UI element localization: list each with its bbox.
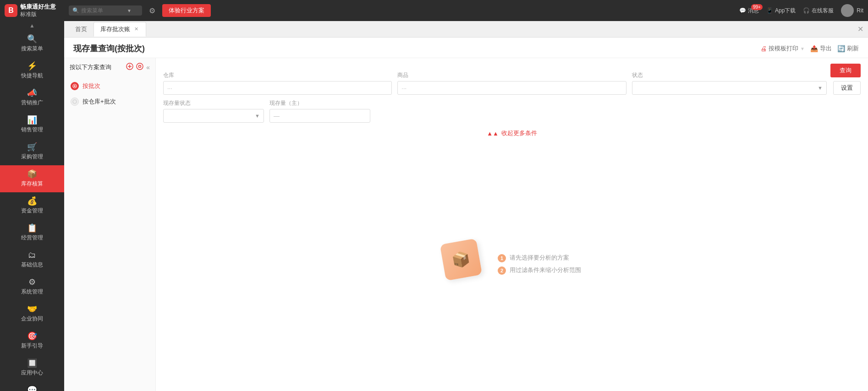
- topbar-right: 💬 消息 99+ 📱 App下载 🎧 在线客服 Rit: [739, 4, 863, 17]
- stock-qty-dash: —: [274, 113, 280, 119]
- stock-status-input[interactable]: ▼: [163, 109, 264, 123]
- refresh-button[interactable]: 🔄 刷新: [837, 44, 859, 53]
- stock-qty-label: 现存量（主）: [269, 99, 370, 107]
- phone-icon: 📱: [766, 7, 773, 14]
- customer-service-label: 在线客服: [812, 7, 834, 15]
- money-icon: 💰: [27, 197, 37, 205]
- app-logo: B 畅康通好生意 标准版: [5, 3, 69, 18]
- svg-point-3: [137, 63, 143, 70]
- message-button[interactable]: 💬 消息 99+: [739, 7, 759, 15]
- trial-button[interactable]: 体验行业方案: [162, 4, 211, 17]
- sidebar-item-label: 系统管理: [21, 288, 43, 296]
- status-input[interactable]: ▼: [632, 81, 827, 95]
- topbar: B 畅康通好生意 标准版 🔍 ▼ ⚙ 体验行业方案 💬 消息 99+ 📱 App…: [0, 0, 868, 21]
- avatar-image: [841, 4, 854, 17]
- collapse-left-panel-button[interactable]: «: [146, 64, 150, 71]
- collapse-filters-button[interactable]: ▲▲ 收起更多条件: [163, 127, 861, 139]
- scheme-item-batch[interactable]: 按批次: [64, 78, 155, 94]
- sidebar-item-sales[interactable]: 📊 销售管理: [0, 111, 64, 138]
- sidebar-item-label: 营销推广: [21, 99, 43, 107]
- edition-label: 标准版: [20, 11, 56, 18]
- stock-qty-input[interactable]: —: [269, 109, 370, 123]
- user-avatar[interactable]: Rit: [841, 4, 863, 17]
- print-label: 按模板打印: [769, 44, 798, 53]
- sidebar-item-label: 应用中心: [21, 369, 43, 377]
- export-icon: 📤: [810, 45, 818, 52]
- search-bar[interactable]: 🔍 ▼: [69, 5, 142, 16]
- message-icon: 💬: [739, 7, 746, 14]
- sidebar-item-label: 库存核算: [21, 180, 43, 188]
- tip-text-1: 请先选择要分析的方案: [510, 254, 569, 262]
- warehouse-input[interactable]: ···: [163, 81, 392, 95]
- flash-icon: ⚡: [27, 62, 37, 70]
- tab-inventory-batch[interactable]: 库存批次账 ✕: [93, 22, 146, 37]
- filter-row-2: 现存量状态 ▼ 现存量（主） —: [163, 99, 861, 123]
- main-layout: ▲ 🔍 搜索菜单 ⚡ 快捷导航 📣 营销推广 📊 销售管理 🛒 采购管理 📦 库…: [0, 21, 868, 391]
- settings-button[interactable]: 设置: [833, 81, 861, 95]
- scheme-dot-inactive: [71, 98, 79, 106]
- sidebar-item-quicknav[interactable]: ⚡ 快捷导航: [0, 57, 64, 84]
- sidebar-item-operations[interactable]: 📋 经营管理: [0, 219, 64, 246]
- sidebar: ▲ 🔍 搜索菜单 ⚡ 快捷导航 📣 营销推广 📊 销售管理 🛒 采购管理 📦 库…: [0, 21, 64, 391]
- handshake-icon: 🤝: [27, 305, 37, 313]
- sidebar-item-search[interactable]: 🔍 搜索菜单: [0, 30, 64, 57]
- add-scheme-button[interactable]: [126, 63, 133, 72]
- sidebar-scroll-up[interactable]: ▲: [0, 21, 64, 30]
- sidebar-item-system[interactable]: ⚙ 系统管理: [0, 273, 64, 300]
- sidebar-item-label: 采购管理: [21, 153, 43, 161]
- sidebar-item-label: 销售管理: [21, 126, 43, 134]
- gear-icon: ⚙: [28, 278, 36, 286]
- sidebar-item-label: 新手引导: [21, 342, 43, 350]
- customer-service-button[interactable]: 🎧 在线客服: [803, 7, 834, 15]
- status-label: 状态: [632, 71, 827, 79]
- tip-text-2: 用过滤条件来缩小分析范围: [510, 266, 581, 274]
- app-download-button[interactable]: 📱 App下载: [766, 7, 796, 15]
- sidebar-item-wechat[interactable]: 💬 企业微信: [0, 381, 64, 391]
- megaphone-icon: 📣: [27, 89, 37, 97]
- search-input[interactable]: [81, 7, 127, 14]
- tab-close-icon[interactable]: ✕: [133, 26, 139, 33]
- headset-icon: 🎧: [803, 7, 810, 14]
- sidebar-item-basic[interactable]: 🗂 基础信息: [0, 246, 64, 273]
- empty-state: 📦 1 请先选择要分析的方案 2 用过滤条件来缩小分析范围: [163, 143, 861, 386]
- settings-icon[interactable]: ⚙: [146, 4, 159, 17]
- sidebar-item-marketing[interactable]: 📣 营销推广: [0, 84, 64, 111]
- logo-icon: B: [5, 4, 17, 17]
- empty-tip-1: 1 请先选择要分析的方案: [498, 254, 581, 262]
- page-header-actions: 🖨 按模板打印 ▼ 📤 导出 🔄 刷新: [760, 44, 859, 53]
- print-icon: 🖨: [760, 45, 767, 52]
- sidebar-item-inventory[interactable]: 📦 库存核算: [0, 165, 64, 192]
- empty-icon: 📦: [443, 241, 489, 287]
- print-button[interactable]: 🖨 按模板打印 ▼: [760, 44, 805, 53]
- content-area: 首页 库存批次账 ✕ ✕ 现存量查询(按批次) 🖨 按模板打印 ▼: [64, 21, 868, 391]
- empty-tip-2: 2 用过滤条件来缩小分析范围: [498, 266, 581, 275]
- export-button[interactable]: 📤 导出: [810, 44, 832, 53]
- sidebar-item-label: 企业协同: [21, 315, 43, 323]
- sidebar-item-enterprise[interactable]: 🤝 企业协同: [0, 300, 64, 327]
- sidebar-item-purchase[interactable]: 🛒 采购管理: [0, 138, 64, 165]
- product-input[interactable]: ···: [397, 81, 626, 95]
- scheme-warehouse-batch-label: 按仓库+批次: [82, 98, 116, 106]
- tab-bar: 首页 库存批次账 ✕ ✕: [64, 21, 868, 38]
- print-chevron-icon: ▼: [800, 46, 805, 51]
- query-button[interactable]: 查询: [830, 64, 861, 77]
- tab-home[interactable]: 首页: [69, 22, 93, 36]
- svg-point-6: [74, 85, 76, 87]
- sidebar-item-apps[interactable]: 🔲 应用中心: [0, 354, 64, 381]
- sidebar-item-finance[interactable]: 💰 资金管理: [0, 192, 64, 219]
- scheme-dot: [71, 82, 79, 90]
- scheme-item-warehouse-batch[interactable]: 按仓库+批次: [64, 94, 155, 109]
- action-btns: 查询 设置: [830, 64, 861, 95]
- filter-row-1: 仓库 ··· 商品 ···: [163, 64, 861, 95]
- warehouse-label: 仓库: [163, 71, 392, 79]
- product-filter: 商品 ···: [397, 71, 626, 95]
- sidebar-item-label: 资金管理: [21, 207, 43, 215]
- sidebar-item-newbie[interactable]: 🎯 新手引导: [0, 327, 64, 354]
- scheme-settings-button[interactable]: [136, 63, 143, 72]
- empty-icon-box: 📦: [440, 239, 483, 281]
- chevron-down-icon: ▼: [127, 8, 132, 13]
- cart-icon: 🛒: [27, 143, 37, 151]
- chevron-down-icon: ▼: [255, 113, 260, 119]
- left-panel-actions: «: [126, 63, 150, 72]
- tab-right-close-button[interactable]: ✕: [857, 25, 863, 33]
